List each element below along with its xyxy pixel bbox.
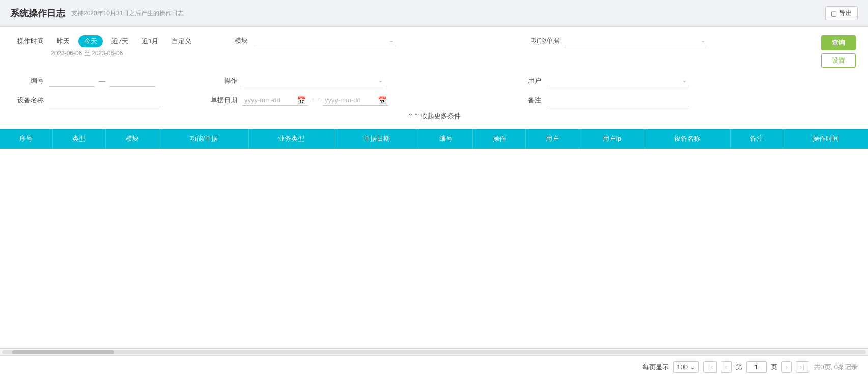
col-remark: 备注 bbox=[730, 129, 783, 149]
last-page-button[interactable]: ›∣ bbox=[796, 361, 809, 373]
time-option-7days[interactable]: 近7天 bbox=[107, 35, 133, 47]
device-input[interactable] bbox=[49, 94, 161, 106]
device-label: 设备名称 bbox=[12, 96, 49, 105]
col-op-time: 操作时间 bbox=[783, 129, 868, 149]
col-voucher-date: 单据日期 bbox=[334, 129, 419, 149]
time-label: 操作时间 bbox=[12, 37, 49, 46]
next-page-button[interactable]: › bbox=[781, 361, 792, 373]
time-option-1month[interactable]: 近1月 bbox=[137, 35, 163, 47]
operation-label: 操作 bbox=[206, 76, 242, 85]
scrollbar-track bbox=[2, 350, 866, 354]
time-option-today[interactable]: 今天 bbox=[78, 35, 103, 47]
col-device: 设备名称 bbox=[645, 129, 730, 149]
page-number-input[interactable] bbox=[746, 361, 767, 373]
number-dash: — bbox=[99, 77, 105, 85]
date-end-wrap: 📅 bbox=[323, 95, 388, 106]
function-label: 功能/单据 bbox=[524, 36, 565, 45]
date-end-input[interactable] bbox=[325, 96, 376, 104]
empty-area bbox=[0, 149, 868, 322]
operation-select[interactable]: ⌄ bbox=[242, 75, 385, 86]
time-option-yesterday[interactable]: 昨天 bbox=[52, 35, 74, 47]
col-user: 用户 bbox=[526, 129, 579, 149]
collapse-label: 收起更多条件 bbox=[421, 111, 461, 121]
col-function: 功能/单据 bbox=[159, 129, 248, 149]
number-input-start[interactable] bbox=[49, 75, 95, 87]
page-title: 系统操作日志 bbox=[10, 7, 65, 19]
col-type: 类型 bbox=[52, 129, 105, 149]
user-select[interactable]: ⌄ bbox=[546, 75, 689, 86]
number-input-end[interactable] bbox=[109, 75, 155, 87]
number-label: 编号 bbox=[12, 76, 49, 85]
first-page-button[interactable]: ∣‹ bbox=[703, 361, 717, 373]
date-dash: — bbox=[312, 97, 319, 104]
page-subtitle: 支持2020年10月31日之后产生的操作日志 bbox=[71, 9, 184, 18]
per-page-select[interactable]: 100 ⌄ bbox=[673, 361, 699, 373]
data-table: 序号 类型 模块 功能/单据 业务类型 单据日期 编号 操作 用户 用户ip 设… bbox=[0, 129, 868, 149]
remark-label: 备注 bbox=[506, 96, 546, 105]
time-option-custom[interactable]: 自定义 bbox=[167, 35, 196, 47]
user-dropdown-icon: ⌄ bbox=[682, 77, 687, 84]
calendar-start-icon[interactable]: 📅 bbox=[297, 96, 306, 104]
prev-page-button[interactable]: ‹ bbox=[721, 361, 731, 373]
col-module: 模块 bbox=[106, 129, 159, 149]
module-dropdown-icon: ⌄ bbox=[389, 37, 394, 44]
export-icon: ▢ bbox=[831, 10, 837, 17]
settings-button[interactable]: 设置 bbox=[821, 53, 856, 68]
module-select[interactable]: ⌄ bbox=[253, 35, 396, 46]
col-biz-type: 业务类型 bbox=[249, 129, 334, 149]
date-start-wrap: 📅 bbox=[242, 95, 308, 106]
function-select[interactable]: ⌄ bbox=[565, 35, 707, 46]
per-page-dropdown-icon: ⌄ bbox=[690, 363, 695, 371]
per-page-value: 100 bbox=[677, 363, 688, 371]
time-range-display: 2023-06-06 至 2023-06-06 bbox=[51, 50, 123, 57]
module-label: 模块 bbox=[216, 36, 253, 45]
collapse-icon: ⌃⌃ bbox=[408, 112, 419, 120]
col-index: 序号 bbox=[0, 129, 52, 149]
voucher-date-label: 单据日期 bbox=[206, 96, 242, 105]
query-button[interactable]: 查询 bbox=[821, 35, 856, 50]
date-start-input[interactable] bbox=[244, 96, 295, 104]
col-user-ip: 用户ip bbox=[579, 129, 645, 149]
calendar-end-icon[interactable]: 📅 bbox=[378, 96, 386, 104]
table-header-row: 序号 类型 模块 功能/单据 业务类型 单据日期 编号 操作 用户 用户ip 设… bbox=[0, 129, 868, 149]
collapse-button[interactable]: ⌃⌃ 收起更多条件 bbox=[12, 111, 856, 121]
export-button[interactable]: ▢ 导出 bbox=[825, 6, 858, 20]
function-dropdown-icon: ⌄ bbox=[701, 37, 705, 44]
horizontal-scrollbar[interactable] bbox=[0, 348, 868, 356]
operation-dropdown-icon: ⌄ bbox=[378, 77, 383, 84]
page-label: 第 bbox=[736, 363, 742, 372]
page-unit: 页 bbox=[771, 363, 777, 372]
col-operation: 操作 bbox=[472, 129, 525, 149]
scrollbar-thumb[interactable] bbox=[12, 350, 114, 354]
time-options-group: 昨天 今天 近7天 近1月 自定义 bbox=[52, 35, 196, 47]
total-info: 共0页, 0条记录 bbox=[814, 363, 858, 372]
user-label: 用户 bbox=[506, 76, 546, 85]
remark-input[interactable] bbox=[546, 94, 689, 106]
col-number: 编号 bbox=[419, 129, 472, 149]
pagination-bar: 每页显示 100 ⌄ ∣‹ ‹ 第 页 › ›∣ 共0页, 0条记录 bbox=[0, 356, 868, 378]
per-page-label: 每页显示 bbox=[642, 363, 669, 372]
